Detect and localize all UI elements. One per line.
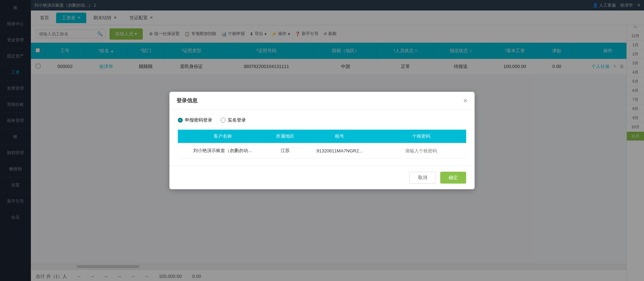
cell-client-name: 刘小艳演示账套（勿删勿动...: [178, 143, 267, 158]
inner-col-password: 个税密码: [376, 130, 466, 143]
login-info-row: 刘小艳演示账套（勿删勿动... 江苏 91320811MA7NGR2...: [178, 143, 466, 158]
confirm-button[interactable]: 确定: [440, 172, 466, 184]
login-type-group: 申报密码登录 实名登录: [178, 117, 466, 123]
login-dialog: 登录信息 ✕ 申报密码登录 实名登录 客户名称 所属地区: [169, 92, 475, 189]
cell-tax-no: 91320811MA7NGR2...: [303, 143, 376, 158]
cancel-button[interactable]: 取消: [409, 172, 436, 184]
dialog-close-button[interactable]: ✕: [463, 97, 468, 104]
dialog-overlay: 登录信息 ✕ 申报密码登录 实名登录 客户名称 所属地区: [0, 0, 644, 281]
radio-password-login[interactable]: 申报密码登录: [178, 117, 212, 123]
dialog-footer: 取消 确定: [169, 166, 475, 189]
inner-col-client: 客户名称: [178, 130, 267, 143]
radio-realname-login[interactable]: 实名登录: [221, 117, 246, 123]
dialog-title: 登录信息: [176, 97, 197, 104]
cell-region: 江苏: [267, 143, 303, 158]
dialog-body: 申报密码登录 实名登录 客户名称 所属地区 税号 个税密码: [169, 110, 475, 166]
dialog-header: 登录信息 ✕: [169, 92, 475, 110]
cell-tax-password[interactable]: [376, 143, 466, 158]
inner-col-taxno: 税号: [303, 130, 376, 143]
login-info-table: 客户名称 所属地区 税号 个税密码 刘小艳演示账套（勿删勿动... 江苏 913…: [178, 130, 466, 159]
tax-password-input[interactable]: [380, 148, 462, 153]
inner-col-region: 所属地区: [267, 130, 303, 143]
